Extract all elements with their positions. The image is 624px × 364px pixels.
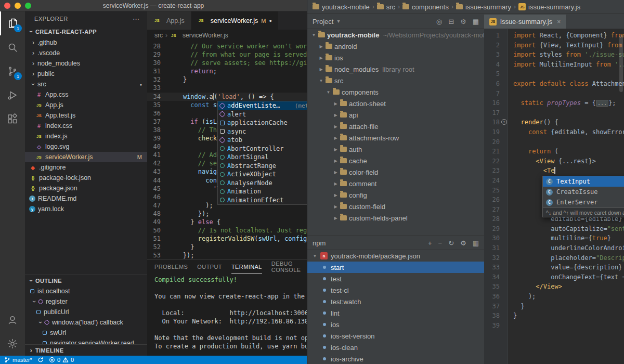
tree-row-config[interactable]: ▶config [307, 189, 484, 201]
file-row-src[interactable]: ›src● [25, 79, 147, 89]
file-row-package-lock.json[interactable]: {}package-lock.json [25, 173, 147, 183]
file-row-App.test.js[interactable]: JSApp.test.js [25, 110, 147, 121]
timeline-section-header[interactable]: › TIMELINE [25, 344, 147, 356]
tree-row-api[interactable]: ▶api [307, 109, 484, 121]
code-line-49[interactable]: 49 } else { [147, 218, 307, 226]
settings-icon[interactable]: ⚙ [460, 18, 466, 25]
minimize-window-button[interactable] [15, 3, 21, 9]
code-line-6[interactable]: 6export default class AttachmentsRow ext… [484, 79, 624, 89]
code-line-34[interactable]: 34 onChangeText={text => onChange(text)} [484, 272, 624, 282]
suggest-item-AnimationEffect[interactable]: AnimationEffect [218, 196, 307, 205]
code-line-29[interactable]: 29 autoCapitalize="sentences" [484, 224, 624, 234]
code-line-18[interactable]: 18↑ render() { [484, 118, 624, 127]
activity-settings[interactable] [0, 332, 25, 356]
code-line-5[interactable]: 5 [484, 69, 624, 79]
breadcrumb-item-components[interactable]: components [402, 3, 449, 11]
outline-item[interactable]: ›window.a('load') callback [25, 317, 147, 328]
hide-icon[interactable]: ▦ [473, 18, 479, 25]
code-line-28[interactable]: 28 // Our service worker won't work if P… [147, 42, 307, 50]
code-line-3[interactable]: 3import styles from './issue-summary.sty… [484, 50, 624, 60]
activity-extensions[interactable] [0, 107, 25, 131]
completion-item-TextInput[interactable]: CTextInput [543, 176, 624, 187]
code-line-1[interactable]: 1import React, {Component} from 'react'; [484, 31, 624, 41]
tree-row-color-field[interactable]: ▶color-field [307, 166, 484, 178]
suggest-item-addEventListe…[interactable]: addEventListe…(metho… [218, 101, 307, 110]
suggest-item-Animation[interactable]: Animation [218, 187, 307, 196]
locate-icon[interactable]: ◎ [436, 18, 442, 25]
file-row-node_modules[interactable]: ›node_modules [25, 58, 147, 69]
tree-row-attachments-row[interactable]: ▶attachments-row [307, 132, 484, 144]
tab-serviceWorker.js[interactable]: JSserviceWorker.jsM● [191, 11, 279, 30]
file-row-logo.svg[interactable]: ◇logo.svg [25, 141, 147, 152]
project-view-dropdown[interactable]: Project [313, 18, 333, 25]
code-line-16[interactable]: 16 static propTypes = {...}; [484, 98, 624, 108]
file-row-.gitignore[interactable]: ◆.gitignore [25, 162, 147, 173]
outline-item[interactable]: ›register [25, 296, 147, 307]
file-row-README.md[interactable]: iREADME.md [25, 193, 147, 204]
file-row-index.css[interactable]: #index.css [25, 121, 147, 131]
close-icon[interactable]: × [557, 18, 561, 25]
tree-row-comment[interactable]: ▶comment [307, 178, 484, 189]
sync-item[interactable] [37, 357, 44, 363]
tree-row-src[interactable]: ▼src [307, 75, 484, 86]
file-row-yarn.lock[interactable]: yyarn.lock [25, 204, 147, 214]
npm-script-ios-clean[interactable]: ios-clean [307, 342, 484, 353]
breadcrumb-item-youtrack-mobile[interactable]: youtrack-mobile [313, 3, 370, 11]
code-line-37[interactable]: 37 } [484, 302, 624, 311]
activity-files[interactable]: 1 [0, 11, 25, 35]
tree-row-attach-file[interactable]: ▶attach-file [307, 121, 484, 132]
suggest-item-AbortSignal[interactable]: AbortSignal [218, 153, 307, 162]
code-line-21[interactable]: 21 return ( [484, 147, 624, 157]
rerun-icon[interactable]: ↻ [448, 239, 454, 247]
npm-script-test[interactable]: test [307, 273, 484, 284]
outline-item[interactable]: navigator.serviceWorker.read [25, 338, 147, 344]
terminal-output[interactable]: Compiled successfully! You can now view … [154, 276, 307, 356]
code-line-33[interactable]: 33 value={description} [484, 263, 624, 272]
close-window-button[interactable] [4, 3, 10, 9]
git-branch-item[interactable]: master* [4, 357, 32, 363]
npm-script-test-ci[interactable]: test-ci [307, 284, 484, 296]
breadcrumb-folder[interactable]: src [154, 32, 163, 39]
file-row-App.js[interactable]: JSApp.js [25, 100, 147, 110]
tree-row-cache[interactable]: ▶cache [307, 155, 484, 166]
npm-script-ios-archive[interactable]: ios-archive [307, 353, 484, 364]
code-line-30[interactable]: 30 multiline={true} [484, 233, 624, 243]
code-line-51[interactable]: 51 registerValidSW(swUrl, config); [147, 235, 307, 243]
suggest-item-AbortController[interactable]: AbortController [218, 145, 307, 153]
file-row-package.json[interactable]: {}package.json [25, 183, 147, 193]
activity-search[interactable] [0, 35, 25, 59]
code-line-48[interactable]: 48 }); [147, 210, 307, 218]
more-actions-icon[interactable]: ⋯ [133, 15, 140, 23]
suggest-item-AbstractRange[interactable]: AbstractRange [218, 162, 307, 171]
code-line-20[interactable]: 20 [484, 137, 624, 147]
settings-icon[interactable]: ⚙ [460, 239, 466, 247]
suggest-item-alert[interactable]: alert [218, 110, 307, 119]
file-row-.github[interactable]: ›.github [25, 37, 147, 48]
hide-icon[interactable]: ▦ [473, 239, 479, 247]
code-line-19[interactable]: 19 const {editable, showError, ...rest} … [484, 127, 624, 137]
code-line-36[interactable]: 36 ); [484, 292, 624, 302]
file-row-index.js[interactable]: JSindex.js [25, 131, 147, 141]
suggest-item-atob[interactable]: atob [218, 136, 307, 145]
panel-tab-terminal[interactable]: TERMINAL [231, 259, 262, 274]
collapse-all-icon[interactable]: ⊟ [448, 18, 454, 25]
npm-script-test:watch[interactable]: test:watch [307, 296, 484, 307]
code-line-29[interactable]: 29 // from what our page is served on. T… [147, 50, 307, 59]
npm-script-ios-set-version[interactable]: ios-set-version [307, 330, 484, 342]
project-section-header[interactable]: › CREATE-REACT-APP [25, 26, 147, 37]
breadcrumb-item-src[interactable]: src [377, 3, 395, 11]
tree-row-components[interactable]: ▼components [307, 86, 484, 98]
overrides-icon[interactable]: ↑ [501, 119, 507, 125]
suggest-item-AnalyserNode[interactable]: AnalyserNode [218, 179, 307, 188]
npm-script-start[interactable]: start [307, 262, 484, 273]
tree-row-auth[interactable]: ▶auth [307, 144, 484, 155]
outline-item[interactable]: publicUrl [25, 307, 147, 317]
add-icon[interactable]: + [428, 239, 432, 247]
npm-script-ios[interactable]: ios [307, 319, 484, 330]
tree-row-youtrack-mobile[interactable]: ▼youtrack-mobile~/WebstormProjects/youtr… [307, 29, 484, 41]
zoom-window-button[interactable] [25, 3, 31, 9]
tree-row-custom-field[interactable]: ▶custom-field [307, 201, 484, 212]
outline-section-header[interactable]: › OUTLINE [25, 275, 147, 286]
scrollbar-thumb[interactable] [619, 35, 623, 92]
tree-row-android[interactable]: ▶android [307, 41, 484, 52]
